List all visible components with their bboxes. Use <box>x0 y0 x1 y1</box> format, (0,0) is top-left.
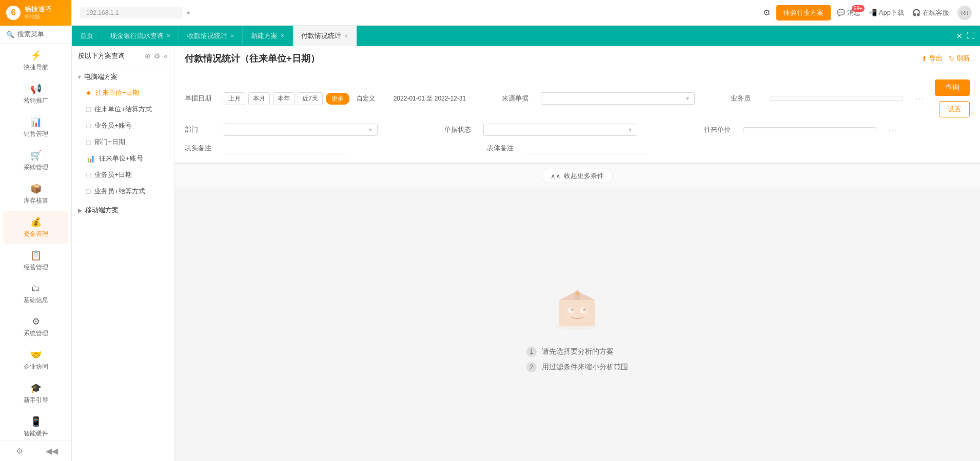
sidebar-item-guide[interactable]: 🎓 新手引导 <box>3 377 68 410</box>
mobile-section-chevron: ▶ <box>78 207 82 214</box>
tab-expand-icon[interactable]: ⛶ <box>967 31 975 41</box>
scheme-item-partner-account[interactable]: 📊 往来单位+账号 <box>72 150 174 167</box>
body-note-label: 表体备注 <box>487 144 516 153</box>
desktop-section-label: 电脑端方案 <box>84 72 117 82</box>
scheme-item-dept-date[interactable]: □ 部门+日期 <box>72 134 174 150</box>
sidebar-item-basic[interactable]: 🗂 基础信息 <box>3 278 68 310</box>
tab-close-all-icon[interactable]: ✕ <box>956 31 963 41</box>
page-title: 付款情况统计（往来单位+日期） <box>185 52 320 65</box>
dept-select[interactable]: ▾ <box>224 124 378 136</box>
date-btn-custom[interactable]: 自定义 <box>352 93 379 105</box>
refresh-label: 刷新 <box>956 54 970 63</box>
url-chevron-icon[interactable]: ▾ <box>187 9 190 16</box>
tab-bank-flow-close[interactable]: × <box>167 32 170 39</box>
date-btn-this-year[interactable]: 本年 <box>273 92 295 105</box>
scheme-item-partner-payment[interactable]: □ 往来单位+结算方式 <box>72 101 174 117</box>
tab-receipt-close[interactable]: × <box>230 32 234 39</box>
tab-new-scheme[interactable]: 新建方案 × <box>243 26 293 46</box>
service-btn[interactable]: 🎧 在线客服 <box>912 8 949 17</box>
sidebar-item-hardware[interactable]: 📱 智能硬件 <box>3 411 68 440</box>
svg-point-8 <box>576 292 579 295</box>
desktop-section-header[interactable]: ▾ 电脑端方案 <box>72 69 174 85</box>
body-note-input[interactable] <box>526 142 649 154</box>
sidebar-item-system[interactable]: ⚙ 系统管理 <box>3 311 68 343</box>
date-btn-this-month[interactable]: 本月 <box>248 92 270 105</box>
page-header: 付款情况统计（往来单位+日期） ⬆ 导出 ↻ 刷新 <box>174 46 980 71</box>
sidebar-item-label: 经营管理 <box>24 263 48 272</box>
scheme-collapse-btn[interactable]: « <box>164 52 168 60</box>
export-label: 导出 <box>929 54 943 63</box>
date-label: 单据日期 <box>185 94 213 103</box>
sidebar-item-quick-nav[interactable]: ⚡ 快捷导航 <box>3 45 68 77</box>
sidebar-item-finance[interactable]: 💰 资金管理 <box>3 211 68 244</box>
tab-new-scheme-close[interactable]: × <box>281 32 284 39</box>
operations-icon: 📋 <box>30 250 42 261</box>
tabbar-actions: ✕ ⛶ <box>951 26 980 46</box>
tab-bank-flow-label: 现金银行流水查询 <box>110 31 164 41</box>
sidebar-item-inventory[interactable]: 📦 库存核算 <box>3 178 68 210</box>
source-select[interactable]: ▾ <box>541 92 695 105</box>
settings-button[interactable]: 设置 <box>939 101 970 117</box>
scheme-item-salesman-account[interactable]: □ 业务员+账号 <box>72 117 174 134</box>
refresh-btn[interactable]: ↻ 刷新 <box>949 54 970 63</box>
enterprise-icon: 🤝 <box>30 349 42 360</box>
salesman-dots[interactable]: ··· <box>915 94 925 103</box>
date-btn-last-7[interactable]: 近7天 <box>298 92 323 105</box>
partner-dots[interactable]: ··· <box>889 126 898 134</box>
sidebar: 6 畅捷通巧 标准版 🔍 搜索菜单 ⚡ 快捷导航 📢 营销推广 📊 销售管理 🛒… <box>0 0 72 461</box>
trial-button[interactable]: 体验行业方案 <box>776 5 831 21</box>
scheme-item-salesman-payment[interactable]: □ 业务员+结算方式 <box>72 183 174 199</box>
scheme-panel: 按以下方案查询 ⊕ ⚙ « ▾ 电脑端方案 ● 往来单位+日期 □ <box>72 46 174 461</box>
topbar-settings-icon[interactable]: ⚙ <box>763 8 770 17</box>
scheme-panel-title: 按以下方案查询 <box>78 51 125 61</box>
tip-num-2: 2 <box>526 362 537 372</box>
tip-text-2: 用过滤条件来缩小分析范围 <box>542 363 628 372</box>
page-header-actions: ⬆ 导出 ↻ 刷新 <box>922 54 970 63</box>
app-download-btn[interactable]: 📲 App下载 <box>869 8 904 17</box>
scheme-panel-actions: ⊕ ⚙ « <box>145 52 168 60</box>
tab-receipt-stats[interactable]: 收款情况统计 × <box>179 26 243 46</box>
message-btn[interactable]: 💬 消息 99+ <box>837 8 860 17</box>
svg-rect-2 <box>564 304 590 322</box>
tip-text-1: 请先选择要分析的方案 <box>542 347 614 356</box>
scheme-item-label: 业务员+结算方式 <box>94 187 145 196</box>
partner-select[interactable] <box>743 127 876 132</box>
sidebar-item-label: 库存核算 <box>24 196 48 205</box>
user-avatar[interactable]: Rit <box>957 6 972 20</box>
collapse-button[interactable]: ∧∧ 收起更多条件 <box>542 169 613 183</box>
filter-row-2: 部门 ▾ 单据状态 ▾ 往来单位 ·· <box>185 124 970 136</box>
mobile-section-header[interactable]: ▶ 移动端方案 <box>72 203 174 218</box>
header-note-input[interactable] <box>224 142 347 154</box>
date-btn-last-month[interactable]: 上月 <box>224 92 245 105</box>
scheme-item-icon-3: □ <box>86 138 90 146</box>
sidebar-item-sales[interactable]: 📊 销售管理 <box>3 111 68 144</box>
sidebar-item-purchase[interactable]: 🛒 采购管理 <box>3 145 68 177</box>
sidebar-item-operations[interactable]: 📋 经营管理 <box>3 245 68 277</box>
empty-illustration <box>546 277 608 338</box>
data-area: 1 请先选择要分析的方案 2 用过滤条件来缩小分析范围 <box>174 188 980 461</box>
tab-bank-flow[interactable]: 现金银行流水查询 × <box>102 26 179 46</box>
doc-status-select[interactable]: ▾ <box>483 124 637 136</box>
dept-label: 部门 <box>185 125 213 134</box>
scheme-settings-btn[interactable]: ⚙ <box>154 52 161 60</box>
sidebar-settings-btn[interactable]: ⚙ <box>5 446 34 456</box>
sidebar-item-marketing[interactable]: 📢 营销推广 <box>3 78 68 110</box>
date-btn-more[interactable]: 更多 <box>326 93 349 105</box>
search-menu[interactable]: 🔍 搜索菜单 <box>0 26 71 44</box>
scheme-item-label: 往来单位+日期 <box>95 88 140 97</box>
empty-tips: 1 请先选择要分析的方案 2 用过滤条件来缩小分析范围 <box>526 347 628 372</box>
salesman-label: 业务员 <box>731 94 759 103</box>
tab-home[interactable]: 首页 <box>72 26 102 46</box>
message-badge: 99+ <box>852 5 865 12</box>
sidebar-item-enterprise[interactable]: 🤝 企业协同 <box>3 344 68 376</box>
query-button[interactable]: 查询 <box>935 79 970 96</box>
search-label: 搜索菜单 <box>17 30 44 39</box>
scheme-add-btn[interactable]: ⊕ <box>145 52 151 60</box>
scheme-item-partner-date[interactable]: ● 往来单位+日期 <box>72 85 174 101</box>
scheme-item-salesman-date[interactable]: □ 业务员+日期 <box>72 167 174 183</box>
salesman-select[interactable] <box>770 96 903 101</box>
tab-payment-stats[interactable]: 付款情况统计 × <box>293 26 357 46</box>
tab-payment-close[interactable]: × <box>344 32 348 39</box>
sidebar-collapse-btn[interactable]: ◀◀ <box>38 446 67 456</box>
export-btn[interactable]: ⬆ 导出 <box>922 54 943 63</box>
